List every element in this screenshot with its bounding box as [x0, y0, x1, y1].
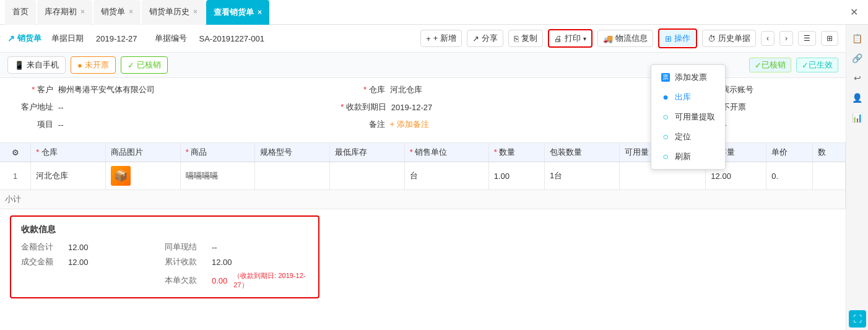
row-pack-qty: 1台: [545, 162, 620, 190]
document-title: ↗ 销货单: [7, 33, 41, 44]
document-header: ↗ 销货单 单据日期 2019-12-27 单据编号 SA-20191227-0…: [0, 25, 846, 53]
tab-inventory-init[interactable]: 库存期初 ×: [37, 0, 92, 25]
row-warehouse: 河北仓库: [31, 162, 106, 190]
outbound-icon: ●: [661, 93, 670, 102]
sidebar-user-icon[interactable]: 👤: [849, 89, 866, 106]
address-value: --: [58, 103, 286, 112]
status-checked: ✓ 已核销: [749, 58, 791, 72]
dropdown-refresh[interactable]: ○ 刷新: [651, 147, 725, 167]
row-index: 1: [0, 162, 31, 190]
col-amount: 数: [813, 143, 846, 162]
sidebar-link-icon[interactable]: 🔗: [849, 50, 866, 67]
col-image: 商品图片: [106, 143, 181, 162]
add-note-button[interactable]: 添加备注: [390, 119, 619, 130]
history-button[interactable]: ⏱ 历史单据: [702, 30, 756, 47]
not-opened-button[interactable]: ● 未开票: [71, 56, 116, 74]
copy-button[interactable]: ⎘ 复制: [508, 30, 543, 47]
right-sidebar: 📋 🔗 ↩ 👤 📊 ⛶: [846, 25, 868, 330]
from-phone-button[interactable]: 📱 来自手机: [7, 56, 66, 74]
sidebar-copy-icon[interactable]: 📋: [849, 30, 866, 47]
col-spec: 规格型号: [255, 143, 330, 162]
total-amount-item: 金额合计 12.00: [21, 241, 165, 253]
view-list-button[interactable]: ☰: [798, 31, 816, 46]
tab-bar: 首页 库存期初 × 销货单 × 销货单历史 × 查看销货单 × ✕: [0, 0, 868, 25]
warehouse-value: 河北仓库: [390, 84, 619, 95]
transaction-value: 12.00: [68, 258, 89, 267]
locate-icon: ○: [661, 132, 670, 141]
operations-icon: ⊞: [665, 34, 672, 43]
phone-icon: 📱: [14, 61, 24, 70]
due-date-text: （收款到期日: 2019-12-27）: [233, 271, 308, 290]
status-effective: ✓ 已生效: [796, 58, 838, 72]
add-button[interactable]: + + 新增: [420, 30, 462, 47]
dropdown-locate[interactable]: ○ 定位: [651, 127, 725, 147]
tab-close-history[interactable]: ×: [193, 7, 197, 16]
tab-view-sales[interactable]: 查看销货单 ×: [206, 0, 269, 25]
date-value: 2019-12-27: [96, 34, 137, 43]
row-product: 嗝嗝嗝嗝: [180, 162, 255, 190]
staff-value: 演示账号: [721, 84, 836, 95]
document-meta: 单据日期 2019-12-27 单据编号 SA-20191227-001: [51, 33, 264, 44]
salesperson-value: --: [721, 120, 836, 129]
tab-close-sales[interactable]: ×: [129, 7, 133, 16]
row-amount: [813, 162, 846, 190]
action-right: ✓ 已核销 ✓ 已生效: [749, 58, 838, 72]
subtotal-row: 小计: [0, 190, 846, 209]
total-value: 12.00: [68, 243, 89, 252]
dropdown-add-invoice[interactable]: 票 添加发票: [651, 67, 725, 87]
print-button[interactable]: 🖨 打印 ▾: [548, 29, 592, 48]
col-unit: 销售单位: [404, 143, 488, 162]
customer-value: 柳州粤港平安气体有限公司: [58, 84, 287, 95]
row-min-stock: [330, 162, 405, 190]
nav-next-button[interactable]: ›: [779, 31, 793, 46]
status-check-icon: ✓: [755, 61, 762, 70]
status-effective-icon: ✓: [802, 61, 809, 70]
share-icon: ↗: [472, 34, 479, 43]
available-qty-icon: ○: [661, 113, 670, 121]
window-close-button[interactable]: ✕: [845, 6, 863, 18]
address-label: 客户地址: [10, 102, 53, 113]
same-order-label: 同单现结: [165, 241, 208, 253]
row-spec: [255, 162, 330, 190]
sidebar-back-icon[interactable]: ↩: [849, 69, 866, 87]
toolbar: + + 新增 ↗ 分享 ⎘ 复制 🖨 打印 ▾: [420, 28, 838, 48]
print-icon: 🖨: [554, 34, 562, 43]
row-quantity: 1.00: [488, 162, 544, 190]
sidebar-expand-icon[interactable]: ⛶: [849, 310, 866, 328]
payment-date-value: 2019-12-27: [391, 103, 619, 112]
col-pack-qty: 包装数量: [545, 143, 620, 162]
ticket-icon: ●: [77, 61, 82, 70]
share-button[interactable]: ↗ 分享: [467, 30, 503, 47]
product-image: 📦: [111, 166, 131, 186]
sidebar-chart-icon[interactable]: 📊: [849, 109, 866, 126]
dropdown-outbound[interactable]: ● 出库: [651, 87, 725, 107]
dropdown-available-qty[interactable]: ○ 可用量提取: [651, 107, 725, 127]
payment-grid: 金额合计 12.00 同单现结 -- 成交金额 12.00 累计收款 12.00: [21, 241, 308, 290]
tab-close-inventory[interactable]: ×: [80, 7, 85, 16]
refresh-icon: ○: [661, 152, 670, 161]
checked-button[interactable]: ✓ 已核销: [121, 56, 168, 74]
tab-close-view-sales[interactable]: ×: [258, 8, 262, 17]
number-label: 单据编号: [155, 33, 187, 44]
add-invoice-icon: 票: [661, 73, 670, 82]
tab-home[interactable]: 首页: [5, 0, 36, 25]
tab-sales-history[interactable]: 销货单历史 ×: [142, 0, 205, 25]
payment-info-box: 收款信息 金额合计 12.00 同单现结 -- 成交金额 12.00: [10, 215, 319, 298]
tab-sales-order[interactable]: 销货单 ×: [93, 0, 141, 25]
col-quantity: 数量: [488, 143, 544, 162]
col-price: 单价: [766, 143, 813, 162]
history-icon: ⏱: [708, 34, 716, 43]
same-order-value: --: [212, 243, 217, 252]
view-grid-button[interactable]: ⊞: [821, 31, 838, 46]
nav-prev-button[interactable]: ‹: [761, 31, 775, 46]
add-icon: +: [426, 34, 431, 43]
logistics-button[interactable]: 🚚 物流信息: [597, 30, 653, 47]
cumulative-item: 累计收款 12.00: [165, 256, 308, 267]
payment-title: 收款信息: [21, 224, 308, 235]
warehouse-label: 仓库: [342, 84, 385, 95]
col-settings[interactable]: ⚙: [0, 143, 31, 162]
customer-label: 客户: [10, 84, 53, 95]
payment-date-label: 收款到期日: [341, 102, 386, 113]
operations-button[interactable]: ⊞ 操作: [660, 30, 695, 46]
number-value: SA-20191227-001: [199, 34, 265, 43]
